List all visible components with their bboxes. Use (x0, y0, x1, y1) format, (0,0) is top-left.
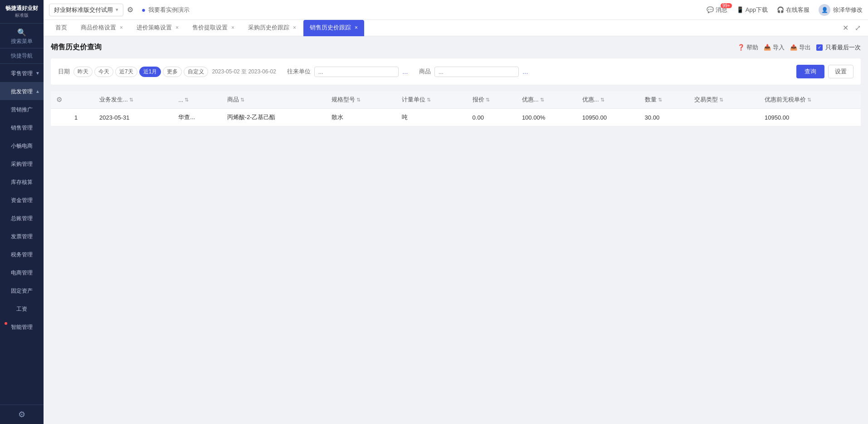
tab-pricing_strategy[interactable]: 进价策略设置× (130, 20, 185, 36)
date-btn-last7[interactable]: 近7天 (115, 67, 137, 77)
app-logo-sub: 标准版 (4, 12, 40, 19)
export-button[interactable]: 📤 导出 (790, 43, 811, 52)
user-menu[interactable]: 👤 徐泽华修改 (819, 4, 863, 16)
tab-close-purchase_history[interactable]: × (293, 24, 296, 31)
tab-purchase_history[interactable]: 采购历史价跟踪× (242, 20, 302, 36)
product-input-wrap[interactable] (434, 67, 519, 77)
partner-more-btn[interactable]: … (402, 68, 408, 75)
gear-icon[interactable]: ⚙ (56, 96, 62, 103)
sidebar-item-ecommerce[interactable]: 电商管理 (0, 263, 44, 281)
tab-price_extract[interactable]: 售价提取设置× (186, 20, 241, 36)
partner-input-wrap[interactable] (314, 67, 399, 77)
date-buttons: 昨天今天近7天近1月更多自定义 (73, 67, 208, 77)
row-discount2: 10950.00 (577, 109, 639, 126)
th-sort-price[interactable]: 报价⇅ (473, 96, 511, 104)
th-sort-spec[interactable]: 规格型号⇅ (332, 96, 391, 104)
date-btn-yesterday[interactable]: 昨天 (73, 67, 93, 77)
import-button[interactable]: 📥 导入 (764, 43, 785, 52)
export-label: 导出 (799, 43, 811, 52)
sidebar-quicknav-label: 快捷导航 (11, 52, 33, 60)
col-spec[interactable]: 规格型号⇅ (326, 91, 396, 109)
messages-button[interactable]: 💬 消息 99+ (707, 6, 727, 14)
col-col3[interactable]: ...⇅ (173, 91, 221, 109)
close-tab-icon[interactable]: ✕ (841, 22, 850, 34)
online-service-button[interactable]: 🎧 在线客服 (777, 6, 809, 14)
tab-sales_history[interactable]: 销售历史价跟踪× (303, 20, 364, 36)
product-input[interactable] (439, 68, 515, 75)
sidebar-item-wholesale[interactable]: 批发管理▲ (0, 82, 44, 100)
sidebar-item-marketing[interactable]: 营销推广 (0, 100, 44, 118)
th-sort-product[interactable]: 商品⇅ (227, 96, 321, 104)
col-qty[interactable]: 数量⇅ (639, 91, 689, 109)
query-button[interactable]: 查询 (796, 65, 824, 78)
col-trade_type[interactable]: 交易类型⇅ (689, 91, 759, 109)
sidebar-item-finance[interactable]: 资金管理 (0, 191, 44, 209)
col-discount1[interactable]: 优惠...⇅ (517, 91, 577, 109)
demo-link[interactable]: ● 我要看实例演示 (141, 6, 190, 14)
sidebar-item-label-assets: 固定资产 (11, 287, 33, 295)
sidebar-search[interactable]: 🔍 搜索菜单 (0, 24, 44, 48)
data-table: ⚙业务发生...⇅...⇅商品⇅规格型号⇅计量单位⇅报价⇅优惠...⇅优惠...… (51, 91, 861, 126)
help-button[interactable]: ❓ 帮助 (737, 43, 758, 52)
th-sort-date[interactable]: 业务发生...⇅ (99, 96, 167, 104)
row-qty: 30.00 (639, 109, 689, 126)
app-download-button[interactable]: 📱 App下载 (736, 6, 768, 14)
col-price[interactable]: 报价⇅ (467, 91, 517, 109)
topbar-settings-icon[interactable]: ⚙ (127, 5, 133, 14)
sidebar-item-inventory[interactable]: 库存核算 (0, 173, 44, 191)
sidebar-item-invoice[interactable]: 发票管理 (0, 227, 44, 245)
tab-home[interactable]: 首页 (49, 20, 73, 36)
settings-button[interactable]: 设置 (828, 65, 853, 78)
sort-icon-unit: ⇅ (427, 97, 431, 103)
th-sort-tax_price[interactable]: 优惠前无税单价⇅ (765, 96, 855, 104)
tab-label-price_extract: 售价提取设置 (192, 24, 228, 32)
sidebar-item-ecommerce_small[interactable]: 小畅电商 (0, 136, 44, 154)
app-label: App下载 (746, 6, 768, 14)
partner-filter-label: 往来单位 (287, 67, 311, 76)
col-settings[interactable]: ⚙ (51, 91, 69, 109)
tab-close-price_extract[interactable]: × (231, 24, 234, 31)
expand-tab-icon[interactable]: ⤢ (853, 22, 863, 34)
date-btn-custom[interactable]: 自定义 (184, 67, 208, 77)
only-last-checkbox[interactable]: 只看最后一次 (816, 43, 861, 52)
tab-product_price[interactable]: 商品价格设置× (74, 20, 129, 36)
th-sort-col3[interactable]: ...⇅ (178, 96, 216, 103)
product-more-btn[interactable]: … (522, 68, 528, 75)
sidebar-item-salary[interactable]: 工资 (0, 299, 44, 318)
env-selector[interactable]: 好业财标准版交付试用 ▾ (49, 4, 123, 16)
date-btn-today[interactable]: 今天 (94, 67, 113, 77)
message-icon: 💬 (707, 6, 714, 13)
sidebar-item-purchase[interactable]: 采购管理 (0, 154, 44, 173)
col-tax_price[interactable]: 优惠前无税单价⇅ (759, 91, 861, 109)
tab-close-sales_history[interactable]: × (355, 24, 358, 31)
col-date[interactable]: 业务发生...⇅ (94, 91, 173, 109)
date-btn-last1m[interactable]: 近1月 (139, 67, 161, 77)
table-row[interactable]: 12023-05-31华查...丙烯酸-2-乙基己酯散水吨0.00100.00%… (51, 109, 861, 126)
row-unit: 吨 (396, 109, 467, 126)
sidebar-item-assets[interactable]: 固定资产 (0, 281, 44, 299)
th-sort-trade_type[interactable]: 交易类型⇅ (694, 96, 754, 104)
th-sort-qty[interactable]: 数量⇅ (645, 96, 683, 104)
sort-icon-date: ⇅ (129, 97, 133, 103)
partner-input[interactable] (318, 68, 395, 75)
tab-close-pricing_strategy[interactable]: × (176, 24, 179, 31)
sidebar-item-smart[interactable]: 智能管理 (0, 318, 44, 336)
col-discount2[interactable]: 优惠...⇅ (577, 91, 639, 109)
th-sort-unit[interactable]: 计量单位⇅ (402, 96, 461, 104)
tab-close-product_price[interactable]: × (120, 24, 123, 31)
sidebar-quicknav[interactable]: 快捷导航 (0, 48, 44, 64)
date-btn-more[interactable]: 更多 (163, 67, 182, 77)
import-icon: 📥 (764, 44, 771, 51)
sidebar-item-ledger[interactable]: 总账管理 (0, 209, 44, 227)
th-sort-discount2[interactable]: 优惠...⇅ (582, 96, 634, 104)
col-label-spec: 规格型号 (332, 96, 355, 104)
sidebar-settings[interactable]: ⚙ (0, 405, 44, 424)
col-unit[interactable]: 计量单位⇅ (396, 91, 467, 109)
sort-icon-trade_type: ⇅ (719, 97, 723, 103)
tabbar: 首页商品价格设置×进价策略设置×售价提取设置×采购历史价跟踪×销售历史价跟踪× … (44, 20, 868, 36)
th-sort-discount1[interactable]: 优惠...⇅ (522, 96, 571, 104)
sidebar-item-tax[interactable]: 税务管理 (0, 245, 44, 263)
sidebar-item-retail[interactable]: 零售管理▼ (0, 64, 44, 82)
sidebar-item-sales[interactable]: 销售管理 (0, 118, 44, 136)
col-product[interactable]: 商品⇅ (222, 91, 327, 109)
